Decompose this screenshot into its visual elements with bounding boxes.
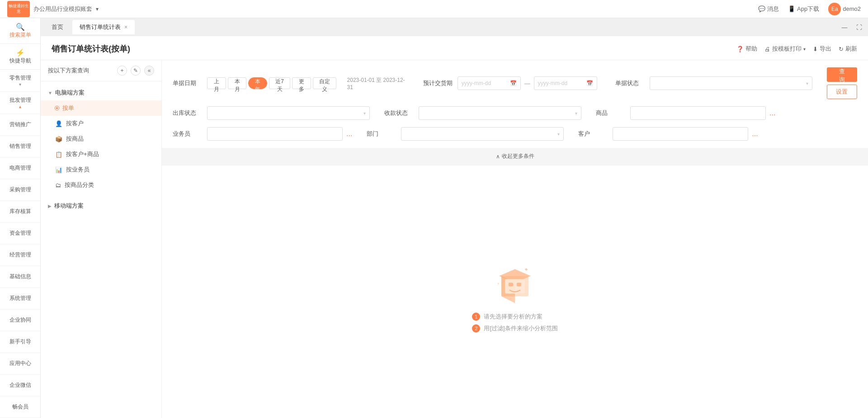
tab-close-btn[interactable]: × — [124, 24, 127, 30]
collapse-panel-btn[interactable]: « — [144, 66, 154, 76]
department-label: 部门 — [367, 130, 394, 138]
sidebar-wechat[interactable]: 企业微信 — [0, 375, 40, 396]
empty-state: ✦ ✦ 1 请先选择要分析的方案 2 用[过滤]条件来缩小分析范围 — [162, 166, 868, 418]
salesman-dots-btn[interactable]: ... — [346, 130, 352, 138]
add-scheme-btn[interactable]: + — [117, 66, 127, 76]
scheme-by-customer[interactable]: 👤 按客户 — [41, 116, 161, 131]
dept-arrow: ▾ — [557, 132, 560, 137]
tab-sales-order-stats[interactable]: 销售订单统计表 × — [72, 20, 135, 34]
sidebar-purchase[interactable]: 采购管理 — [0, 179, 40, 201]
print-button[interactable]: 🖨 按模板打印 ▾ — [764, 45, 806, 53]
calendar-icon-end: 📅 — [586, 80, 593, 86]
empty-tip-1: 1 请先选择要分析的方案 — [472, 313, 557, 321]
payment-label: 收款状态 — [384, 109, 411, 117]
scheme-by-customer-goods[interactable]: 📋 按客户+商品 — [41, 147, 161, 162]
date-btn-last-month[interactable]: 上月 — [207, 77, 226, 89]
date-range-display: 2023-01-01 至 2023-12-31 — [347, 76, 405, 90]
date-btn-more[interactable]: 更多 — [292, 77, 311, 89]
status-select[interactable]: ▾ — [650, 76, 812, 90]
app-download-button[interactable]: 📱 App下载 — [788, 5, 819, 13]
customer-label: 客户 — [578, 130, 605, 138]
sidebar-quick-nav[interactable]: ⚡ 快捷导航 — [0, 44, 40, 70]
sidebar-operations[interactable]: 经营管理 — [0, 244, 40, 266]
svg-text:✦: ✦ — [524, 266, 528, 273]
expected-date-end[interactable]: yyyy-mm-dd 📅 — [534, 76, 597, 90]
outbound-label: 出库状态 — [173, 109, 200, 117]
salesman-scheme-icon: 📊 — [55, 166, 62, 173]
mobile-group-arrow: ▶ — [48, 204, 52, 209]
date-btn-7days[interactable]: 近7天 — [269, 77, 290, 89]
left-panel: 按以下方案查询 + ✎ « ▼ 电脑端方案 — [41, 60, 162, 418]
print-icon: 🖨 — [764, 46, 770, 52]
date-separator: — — [524, 80, 530, 87]
customer-scheme-icon: 👤 — [55, 120, 62, 127]
expected-date-start[interactable]: yyyy-mm-dd 📅 — [458, 76, 521, 90]
payment-arrow: ▾ — [575, 111, 577, 116]
status-label: 单据状态 — [615, 79, 642, 87]
right-panel: 单据日期 上月 本月 本年 近7天 更多 自定义 2023-01-01 至 20… — [162, 60, 868, 418]
sidebar-marketing[interactable]: 营销推广 — [0, 114, 40, 136]
sidebar-retail[interactable]: 零售管理 ▾ — [0, 70, 40, 92]
sidebar-enterprise[interactable]: 企业协同 — [0, 309, 40, 331]
main-layout: 🔍 搜索菜单 ⚡ 快捷导航 零售管理 ▾ 批发管理 ▴ 营销推广 销售管理 电商… — [0, 18, 868, 418]
sidebar-inventory[interactable]: 库存核算 — [0, 201, 40, 223]
sidebar-wholesale[interactable]: 批发管理 ▴ — [0, 92, 40, 114]
outbound-select[interactable]: ▾ — [207, 106, 370, 120]
sidebar: 🔍 搜索菜单 ⚡ 快捷导航 零售管理 ▾ 批发管理 ▴ 营销推广 销售管理 电商… — [0, 18, 41, 418]
page-actions: ❓ 帮助 🖨 按模板打印 ▾ ⬇ 导出 ↻ 刷新 — [736, 45, 857, 53]
scheme-by-salesman[interactable]: 📊 按业务员 — [41, 162, 161, 177]
tab-minimize-btn[interactable]: — — [839, 22, 850, 33]
logo: 畅捷通好生意 — [7, 1, 30, 17]
tab-home[interactable]: 首页 — [44, 20, 71, 34]
refresh-button[interactable]: ↻ 刷新 — [839, 45, 857, 53]
sidebar-app-center[interactable]: 应用中心 — [0, 353, 40, 375]
help-button[interactable]: ❓ 帮助 — [736, 45, 757, 53]
outbound-arrow: ▾ — [363, 111, 366, 116]
goods-dots-btn[interactable]: ... — [769, 109, 775, 117]
active-indicator — [55, 106, 59, 110]
export-icon: ⬇ — [813, 46, 818, 52]
pc-scheme-group-title[interactable]: ▼ 电脑端方案 — [41, 85, 161, 100]
filter-row-2: 出库状态 ▾ 收款状态 ▾ 商品 — [173, 106, 857, 120]
sidebar-system[interactable]: 系统管理 — [0, 288, 40, 309]
settings-button[interactable]: 设置 — [827, 85, 857, 99]
sidebar-ecommerce[interactable]: 电商管理 — [0, 157, 40, 179]
tab-controls: — ⛶ — [839, 22, 864, 33]
scheme-by-goods[interactable]: 📦 按商品 — [41, 131, 161, 147]
sidebar-sales[interactable]: 销售管理 — [0, 136, 40, 157]
pc-group-arrow: ▼ — [48, 90, 52, 95]
query-button[interactable]: 查询 — [827, 67, 857, 82]
sidebar-onboarding[interactable]: 新手引导 — [0, 331, 40, 353]
export-button[interactable]: ⬇ 导出 — [813, 45, 831, 53]
page-header: 销售订单统计表(按单) ❓ 帮助 🖨 按模板打印 ▾ ⬇ 导出 — [41, 36, 868, 60]
customer-input: ... — [613, 127, 758, 141]
goods-input: ... — [630, 106, 775, 120]
payment-select[interactable]: ▾ — [419, 106, 581, 120]
tab-maximize-btn[interactable]: ⛶ — [854, 22, 864, 33]
empty-illustration: ✦ ✦ — [488, 251, 542, 305]
date-btn-this-month[interactable]: 本月 — [228, 77, 247, 89]
scheme-by-goods-category[interactable]: 🗂 按商品分类 — [41, 177, 161, 193]
edit-scheme-btn[interactable]: ✎ — [131, 66, 141, 76]
date-btn-this-year[interactable]: 本年 — [248, 77, 267, 89]
topbar: 畅捷通好生意 办公用品行业模拟账套 ▾ 💬 消息 📱 App下载 Ea demo… — [0, 0, 868, 18]
sidebar-basic-info[interactable]: 基础信息 — [0, 266, 40, 288]
topbar-left: 畅捷通好生意 办公用品行业模拟账套 ▾ — [7, 1, 99, 17]
department-select[interactable]: ▾ — [401, 127, 564, 141]
sidebar-finance[interactable]: 资金管理 — [0, 223, 40, 244]
mobile-scheme-group-title[interactable]: ▶ 移动端方案 — [41, 198, 161, 214]
pc-group-label: 电脑端方案 — [55, 89, 85, 97]
sidebar-membership[interactable]: 畅会员 — [0, 396, 40, 418]
sidebar-search[interactable]: 🔍 搜索菜单 — [0, 18, 40, 44]
left-panel-title: 按以下方案查询 — [48, 66, 89, 75]
message-button[interactable]: 💬 消息 — [758, 5, 779, 13]
user-profile[interactable]: Ea demo2 — [828, 3, 861, 15]
salesman-label: 业务员 — [173, 130, 200, 138]
app-title-dropdown[interactable]: ▾ — [96, 6, 99, 12]
collapse-bar[interactable]: ∧ 收起更多条件 — [162, 148, 868, 165]
app-title: 办公用品行业模拟账套 — [33, 5, 92, 13]
date-btn-custom[interactable]: 自定义 — [313, 77, 336, 89]
customer-dots-btn[interactable]: ... — [752, 130, 758, 138]
empty-tip-2: 2 用[过滤]条件来缩小分析范围 — [472, 324, 557, 332]
scheme-by-order[interactable]: 按单 — [41, 100, 161, 116]
